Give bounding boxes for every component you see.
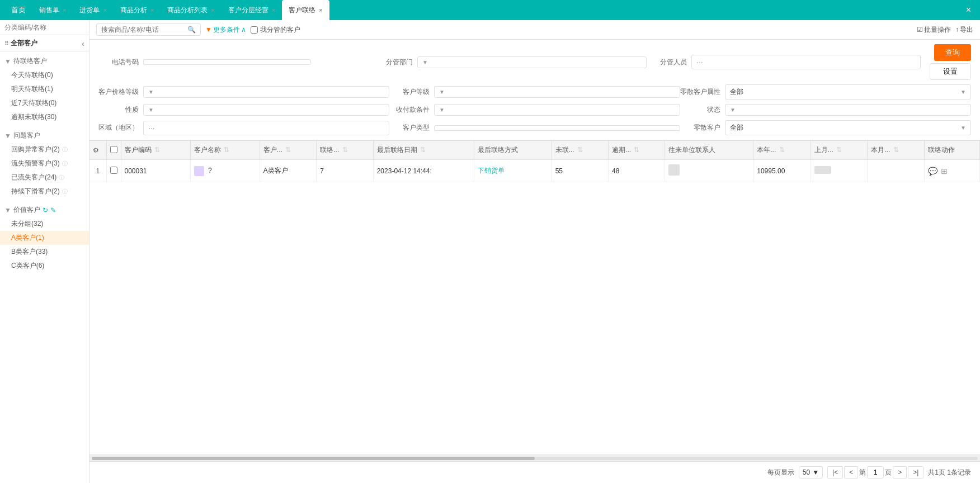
- col-related-contact: 往来单位联系人: [665, 141, 753, 160]
- per-page-select[interactable]: 50 ▼: [799, 466, 823, 479]
- edit-icon[interactable]: ✎: [50, 206, 56, 214]
- checkbox-col[interactable]: [106, 141, 121, 160]
- nav-tab-customer-tier[interactable]: 客户分层经营 ×: [222, 0, 282, 20]
- customer-type-input[interactable]: [434, 125, 680, 131]
- problem-customers-group: ▼ 问题客户 回购异常客户(2) ⓘ 流失预警客户(3) ⓘ 已流失客户(24)…: [0, 126, 89, 201]
- filter-icon: ▼: [205, 26, 212, 34]
- payment-field: 收付款条件 ▼: [389, 104, 680, 116]
- manager-input[interactable]: ···: [691, 55, 921, 69]
- row-checkbox-cell[interactable]: [106, 160, 121, 182]
- sidebar-item-today[interactable]: 今天待联络(0): [0, 68, 89, 82]
- sidebar-item-tomorrow[interactable]: 明天待联络(1): [0, 82, 89, 96]
- page-number-input[interactable]: [867, 466, 884, 479]
- close-sales-tab[interactable]: ×: [63, 7, 66, 13]
- qr-icon[interactable]: ⊞: [941, 167, 948, 176]
- query-button[interactable]: 查询: [934, 44, 971, 61]
- nature-input[interactable]: ▼: [143, 104, 389, 116]
- top-navigation: 首页 销售单 × 进货单 × 商品分析 × 商品分析列表 × 客户分层经营 × …: [0, 0, 980, 20]
- scroll-track[interactable]: [92, 457, 978, 460]
- chevron-icon5: ▼: [439, 107, 445, 113]
- row-num: 1: [89, 160, 106, 182]
- sort-icon5: ⇅: [420, 146, 426, 154]
- value-customers-title[interactable]: ▼ 价值客户 ↻ ✎: [0, 203, 89, 217]
- scroll-thumb[interactable]: [92, 457, 535, 460]
- settings-col[interactable]: ⚙: [89, 141, 106, 160]
- region-input[interactable]: ···: [143, 121, 389, 135]
- horizontal-scrollbar[interactable]: [89, 454, 980, 461]
- nav-tab-sales[interactable]: 销售单 ×: [32, 0, 73, 20]
- row-checkbox[interactable]: [110, 167, 117, 174]
- close-customer-contact-tab[interactable]: ×: [319, 7, 322, 13]
- export-button[interactable]: ↑ 导出: [955, 25, 973, 35]
- problem-customers-title[interactable]: ▼ 问题客户: [0, 129, 89, 143]
- sidebar-item-declining[interactable]: 持续下滑客户(2) ⓘ: [0, 184, 89, 198]
- main-search-input[interactable]: [101, 26, 185, 34]
- col-last-contact-method: 最后联络方式: [474, 141, 552, 160]
- sidebar-item-a-class[interactable]: A类客户(1): [0, 231, 89, 245]
- phone-input[interactable]: [143, 59, 311, 65]
- payment-input[interactable]: ▼: [434, 104, 680, 116]
- customer-type-label: 客户类型: [389, 123, 434, 132]
- sidebar-item-7days[interactable]: 近7天待联络(0): [0, 96, 89, 110]
- row-last-month: [811, 160, 867, 182]
- nav-tab-purchase[interactable]: 进货单 ×: [73, 0, 113, 20]
- filter-row-2: 客户价格等级 ▼ 客户等级 ▼ 零散客户属性 全部 ▼: [98, 84, 971, 100]
- customer-level-input[interactable]: ▼: [434, 86, 680, 98]
- filter-bar: 🔍 ▼ 更多条件 ∧ 我分管的客户 ☑ 批量操作 ↑ 导出: [89, 20, 980, 40]
- phone-label: 电话号码: [98, 58, 143, 67]
- sort-icon9: ⇅: [836, 146, 842, 154]
- last-page-button[interactable]: >|: [908, 466, 924, 479]
- refresh-icon[interactable]: ↻: [43, 206, 48, 214]
- sidebar-item-loss-warning[interactable]: 流失预警客户(3) ⓘ: [0, 157, 89, 171]
- settings-gear-icon[interactable]: ⚙: [93, 146, 99, 154]
- sidebar-item-unclassified[interactable]: 未分组(32): [0, 217, 89, 231]
- close-window-button[interactable]: ×: [962, 5, 976, 15]
- dept-input[interactable]: ▼: [417, 56, 647, 68]
- more-conditions-button[interactable]: ▼ 更多条件 ∧: [205, 25, 246, 35]
- close-purchase-tab[interactable]: ×: [103, 7, 106, 13]
- dept-field: 分管部门 ▼: [373, 56, 647, 68]
- nav-home[interactable]: 首页: [4, 5, 32, 15]
- last-contact-link[interactable]: 下销货单: [478, 167, 505, 174]
- pagination: 每页显示 50 ▼ |< < 第 页 > >| 共1页 1条记录: [89, 461, 980, 483]
- nature-field: 性质 ▼: [98, 104, 389, 116]
- close-analysis-list-tab[interactable]: ×: [211, 7, 214, 13]
- batch-action-button[interactable]: ☑ 批量操作: [917, 25, 951, 35]
- nav-tab-analysis-list[interactable]: 商品分析列表 ×: [161, 0, 221, 20]
- sidebar-all-customers[interactable]: ⠿ 全部客户 ‹: [0, 35, 89, 52]
- sidebar-item-overdue[interactable]: 逾期未联络(30): [0, 110, 89, 124]
- col-customer-type: 客户... ⇅: [260, 141, 316, 160]
- status-input[interactable]: ▼: [725, 104, 971, 116]
- row-last-contact-method[interactable]: 下销货单: [474, 160, 552, 182]
- chat-icon[interactable]: 💬: [928, 167, 937, 176]
- prev-page-button[interactable]: <: [844, 466, 858, 479]
- sidebar-item-b-class[interactable]: B类客户(33): [0, 245, 89, 259]
- nav-tab-customer-contact[interactable]: 客户联络 ×: [282, 0, 329, 20]
- sidebar-search-input[interactable]: [4, 23, 88, 31]
- price-level-input[interactable]: ▼: [143, 86, 389, 98]
- select-all-checkbox[interactable]: [110, 146, 117, 153]
- retail-attr-field: 零散客户属性 全部 ▼: [680, 84, 971, 100]
- sidebar-search-bar: 🔍: [0, 20, 89, 35]
- collapse-icon[interactable]: ‹: [82, 39, 84, 48]
- dots-icon: ···: [696, 58, 703, 67]
- sidebar-item-repurchase-abnormal[interactable]: 回购异常客户(2) ⓘ: [0, 143, 89, 157]
- col-overdue: 逾期... ⇅: [609, 141, 665, 160]
- row-overdue: 48: [609, 160, 665, 182]
- sidebar-item-lost[interactable]: 已流失客户(24) ⓘ: [0, 171, 89, 184]
- sidebar-item-c-class[interactable]: C类客户(6): [0, 259, 89, 273]
- filter-row-4: 区域（地区） ··· 客户类型 零散客户 全部 ▼: [98, 120, 971, 135]
- retail-customer-input[interactable]: 全部 ▼: [725, 120, 971, 135]
- dept-label: 分管部门: [373, 58, 417, 67]
- nav-tab-analysis[interactable]: 商品分析 ×: [114, 0, 161, 20]
- first-page-button[interactable]: |<: [827, 466, 843, 479]
- data-table-container: ⚙ 客户编码 ⇅ 客户名称 ⇅: [89, 140, 980, 454]
- retail-attr-input[interactable]: 全部 ▼: [725, 84, 971, 100]
- pending-contact-title[interactable]: ▼ 待联络客户: [0, 54, 89, 68]
- my-customers-checkbox[interactable]: [251, 26, 258, 34]
- next-page-button[interactable]: >: [893, 466, 907, 479]
- search-icon[interactable]: 🔍: [187, 26, 196, 34]
- close-analysis-tab[interactable]: ×: [150, 7, 154, 13]
- close-customer-tier-tab[interactable]: ×: [272, 7, 275, 13]
- settings-button[interactable]: 设置: [930, 63, 971, 80]
